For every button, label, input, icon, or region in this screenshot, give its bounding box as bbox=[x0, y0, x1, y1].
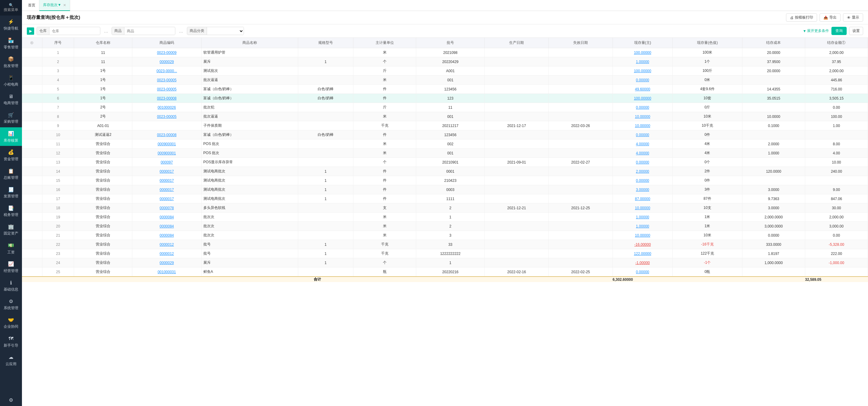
sidebar-item-retail[interactable]: 🏪 零售管理 bbox=[0, 34, 22, 53]
cell-qty-main[interactable]: 122.00000 bbox=[613, 249, 673, 258]
cell-qty-main[interactable]: 100.00000 bbox=[613, 48, 673, 57]
table-row[interactable]: 23营业综合0000012批号1千克1222222222122.00000122… bbox=[22, 249, 868, 258]
table-row[interactable]: 20营业综合0000084批次次米21.000001米3,000.00003,0… bbox=[22, 222, 868, 231]
table-row[interactable]: 18营业综合0000078多头异色软线支22021-12-212021-12-2… bbox=[22, 203, 868, 212]
cell-qty-main[interactable]: 1.00000 bbox=[613, 57, 673, 66]
table-row[interactable]: 16营业综合0000017测试电商批次1件00033.000003件3.0000… bbox=[22, 185, 868, 194]
cell-qty-main[interactable]: 100.00000 bbox=[613, 66, 673, 75]
warehouse-input[interactable] bbox=[50, 28, 100, 34]
sidebar-item-quicknav[interactable]: ⚡ 快捷导航 bbox=[0, 15, 22, 34]
cell-code[interactable]: 0000012 bbox=[132, 249, 202, 258]
sidebar-item-finance[interactable]: 💰 资金管理 bbox=[0, 146, 22, 165]
sidebar-item-system[interactable]: ⚙ 系统管理 bbox=[0, 295, 22, 314]
tab-inventory-batch[interactable]: 库存批次▼ ✕ bbox=[39, 0, 70, 11]
sidebar-item-tax[interactable]: 📑 税务管理 bbox=[0, 202, 22, 221]
sidebar-item-invoice[interactable]: 🧾 发票管理 bbox=[0, 183, 22, 202]
table-row[interactable]: 82号0023-00005批次逼逼米00110.0000010米10.00001… bbox=[22, 112, 868, 121]
sidebar-item-inventory[interactable]: 📊 库存核算 bbox=[0, 127, 22, 146]
table-row[interactable]: 13营业综合000097POS显示库存异常个202109012021-09-01… bbox=[22, 158, 868, 167]
cell-code[interactable]: 0000012 bbox=[132, 240, 202, 249]
cell-code[interactable]: 000900001 bbox=[132, 139, 202, 149]
category-select[interactable] bbox=[207, 27, 244, 35]
cell-code[interactable]: 0000084 bbox=[132, 231, 202, 240]
cell-code[interactable]: 0000078 bbox=[132, 203, 202, 212]
cell-code[interactable] bbox=[132, 121, 202, 130]
cell-code[interactable]: 0000029 bbox=[132, 57, 202, 66]
sidebar-item-mini[interactable]: 📱 小程电商 bbox=[0, 72, 22, 90]
cell-qty-main[interactable]: 0.00000 bbox=[613, 158, 673, 167]
cell-code[interactable]: 000900001 bbox=[132, 149, 202, 158]
table-row[interactable]: 10测试逼逼20023-00008富诚（白色/奶棒）白色/奶棒件1234560.… bbox=[22, 130, 868, 139]
sidebar-item-basic-info[interactable]: ℹ 基础信息 bbox=[0, 276, 22, 295]
settings-button[interactable]: 设置 bbox=[849, 27, 863, 35]
cell-qty-main[interactable]: 10.00000 bbox=[613, 231, 673, 240]
cell-code[interactable]: 001000031 bbox=[132, 267, 202, 277]
print-button[interactable]: 🖨 按模板打印 bbox=[786, 13, 817, 22]
table-row[interactable]: 15营业综合0000017测试电商批次1件2104230.000000件 bbox=[22, 176, 868, 185]
table-row[interactable]: 17营业综合0000017测试电商批次1件111187.0000087件9.73… bbox=[22, 194, 868, 203]
cell-qty-main[interactable]: 100.00000 bbox=[613, 94, 673, 103]
display-button[interactable]: 👁 显示 bbox=[843, 13, 863, 22]
table-row[interactable]: 1110023-00009软管通用炉管米2021098100.00000100米… bbox=[22, 48, 868, 57]
cell-code[interactable]: 000097 bbox=[132, 158, 202, 167]
table-row[interactable]: 61号0023-00008富诚（白色/奶棒）白色/奶棒件123100.00000… bbox=[22, 94, 868, 103]
cell-qty-main[interactable]: 10.00000 bbox=[613, 203, 673, 212]
query-button[interactable]: 查询 bbox=[831, 27, 847, 35]
table-row[interactable]: 12营业综合000900001POS 批次米0014.000004米1.0000… bbox=[22, 149, 868, 158]
table-row[interactable]: 14营业综合0000017测试电商批次1件00012.000002件120.00… bbox=[22, 167, 868, 176]
sidebar-item-fixed-assets[interactable]: 🏢 固定资产 bbox=[0, 221, 22, 239]
cell-code[interactable]: 0023-00008 bbox=[132, 94, 202, 103]
sidebar-item-collab[interactable]: 🤝 企业协同 bbox=[0, 314, 22, 332]
cell-code[interactable]: 0000017 bbox=[132, 176, 202, 185]
product-input[interactable] bbox=[124, 28, 175, 34]
sidebar-search[interactable]: 🔍 搜索菜单 bbox=[0, 0, 22, 15]
filter-toggle-button[interactable]: ▶ bbox=[27, 27, 34, 35]
cell-qty-main[interactable]: 1.00000 bbox=[613, 222, 673, 231]
cell-code[interactable]: 0000084 bbox=[132, 222, 202, 231]
cell-qty-main[interactable]: 49.60000 bbox=[613, 85, 673, 94]
cell-qty-main[interactable]: 0.00000 bbox=[613, 130, 673, 139]
cell-qty-main[interactable]: 2.00000 bbox=[613, 167, 673, 176]
expand-filter-button[interactable]: ▼ 展开更多条件 bbox=[803, 28, 829, 34]
tab-close-icon[interactable]: ✕ bbox=[63, 3, 66, 7]
table-row[interactable]: 25营业综合001000031鲜鱼A瓶202202162022-02-16202… bbox=[22, 267, 868, 277]
cell-qty-main[interactable]: 3.00000 bbox=[613, 185, 673, 194]
table-row[interactable]: 2110000029展斥1个202204291.000001个37.950037… bbox=[22, 57, 868, 66]
cell-code[interactable]: 0023-00008 bbox=[132, 130, 202, 139]
cell-code[interactable]: 0023-00005 bbox=[132, 112, 202, 121]
cell-code[interactable]: 0000084 bbox=[132, 212, 202, 222]
tab-home[interactable]: 首页 bbox=[24, 0, 39, 11]
sidebar-item-general-ledger[interactable]: 📋 总账管理 bbox=[0, 165, 22, 183]
table-row[interactable]: 31号0023-0000...测试批次斤A001100.00000100斤20.… bbox=[22, 66, 868, 75]
table-row[interactable]: 21营业综合0000084批次次米310.0000010米0.00000.00 bbox=[22, 231, 868, 240]
cell-qty-main[interactable]: 4.00000 bbox=[613, 139, 673, 149]
cell-qty-main[interactable]: 0.00000 bbox=[613, 75, 673, 85]
export-button[interactable]: 📤 导出 bbox=[819, 13, 841, 22]
table-row[interactable]: 72号001000026批次犯斤110.000000斤0.00 bbox=[22, 103, 868, 112]
sidebar-item-wholesale[interactable]: 📦 批发管理 bbox=[0, 53, 22, 71]
cell-qty-main[interactable]: -16.00000 bbox=[613, 240, 673, 249]
sidebar-item-cloud[interactable]: ☁ 云应用 bbox=[0, 351, 22, 369]
cell-qty-main[interactable]: 0.00000 bbox=[613, 267, 673, 277]
sidebar-item-ecommerce[interactable]: 🖥 电商管理 bbox=[0, 90, 22, 109]
cell-code[interactable]: 0023-00005 bbox=[132, 85, 202, 94]
cell-code[interactable]: 0023-00005 bbox=[132, 75, 202, 85]
cell-code[interactable]: 0000029 bbox=[132, 258, 202, 267]
sidebar-item-purchase[interactable]: 🛒 采购管理 bbox=[0, 109, 22, 127]
cell-code[interactable]: 0000017 bbox=[132, 185, 202, 194]
cell-qty-main[interactable]: -1.00000 bbox=[613, 258, 673, 267]
sidebar-item-management[interactable]: 📈 经营管理 bbox=[0, 258, 22, 276]
cell-qty-main[interactable]: 1.00000 bbox=[613, 212, 673, 222]
cell-code[interactable]: 0023-00009 bbox=[132, 48, 202, 57]
sidebar-item-salary[interactable]: 💵 工资 bbox=[0, 239, 22, 258]
cell-qty-main[interactable]: 10.00000 bbox=[613, 112, 673, 121]
cell-qty-main[interactable]: 0.00000 bbox=[613, 103, 673, 112]
sidebar-item-guide[interactable]: 🗺 新手引导 bbox=[0, 332, 22, 351]
table-row[interactable]: 9A01-01子件保质期千克202112172021-12-172022-03-… bbox=[22, 121, 868, 130]
table-row[interactable]: 19营业综合0000084批次次米11.000001米2,000.00002,0… bbox=[22, 212, 868, 222]
cell-qty-main[interactable]: 87.00000 bbox=[613, 194, 673, 203]
cell-code[interactable]: 0023-0000... bbox=[132, 66, 202, 75]
col-sel[interactable]: ☉ bbox=[22, 38, 42, 48]
sidebar-settings-button[interactable]: ⚙ bbox=[0, 394, 22, 406]
cell-code[interactable]: 0000017 bbox=[132, 167, 202, 176]
